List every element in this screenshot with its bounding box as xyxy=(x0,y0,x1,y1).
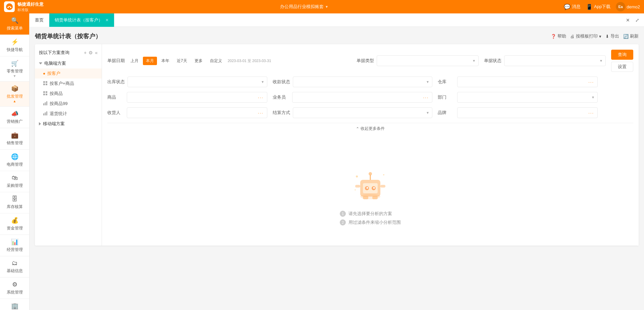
export-btn[interactable]: ⬇ 导出 xyxy=(605,33,619,39)
warehouse-control[interactable]: ··· xyxy=(457,76,598,87)
refresh-icon: 🔄 xyxy=(623,34,629,39)
sidebar-item-quicknav[interactable]: ⚡ 快捷导航 xyxy=(0,35,29,56)
scheme-item-by-customer[interactable]: ● 按客户 xyxy=(35,68,102,79)
collapse-label: 收起更多条件 xyxy=(361,126,385,132)
print-btn[interactable]: 🖨 按模板打印 ▾ xyxy=(570,33,601,39)
desktop-group-triangle xyxy=(39,62,42,64)
scheme-desktop-group-title[interactable]: 电脑端方案 xyxy=(35,58,102,68)
svg-point-22 xyxy=(367,187,368,189)
refresh-btn[interactable]: 🔄 刷新 xyxy=(623,33,639,39)
tip2-text: 用过滤条件来缩小分析范围 xyxy=(348,219,401,225)
scheme-item-by-goods-99[interactable]: 按商品99 xyxy=(35,99,102,109)
query-btn[interactable]: 查询 xyxy=(611,50,633,60)
app-download-btn[interactable]: 📱 App下载 xyxy=(586,4,610,10)
sidebar-item-basic[interactable]: 🗂 基础信息 xyxy=(0,256,29,277)
user-name: demo2 xyxy=(627,4,640,9)
warehouse-filter-item: 仓库 ··· xyxy=(438,76,598,87)
sidebar-item-purchase[interactable]: 🛍 采购管理 xyxy=(0,171,29,192)
user-avatar: Ea xyxy=(616,2,625,11)
settle-method-control[interactable]: ▾ xyxy=(293,107,433,118)
sidebar-item-enterprise[interactable]: 🏢 企业协同 xyxy=(0,299,29,310)
date-btn-custom[interactable]: 自定义 xyxy=(207,57,225,65)
svg-rect-5 xyxy=(43,84,45,85)
date-btn-last-month[interactable]: 上月 xyxy=(127,57,142,65)
brand-filter-item: 品牌 ··· xyxy=(438,107,598,118)
scheme-header-icons: + ⚙ « xyxy=(84,50,98,55)
scheme-mobile-group-title[interactable]: 移动端方案 xyxy=(35,119,102,129)
window-max-btn[interactable]: ⤢ xyxy=(633,16,641,24)
out-status-control[interactable]: ▾ xyxy=(127,76,267,87)
filter-panel: 单据日期 上月 本月 本年 近7天 更多 自定义 xyxy=(102,44,639,146)
doc-type-control[interactable]: ▾ xyxy=(377,55,479,66)
export-icon: ⬇ xyxy=(605,34,609,39)
tab-close-btn[interactable]: ✕ xyxy=(105,18,109,22)
scheme-item-by-goods[interactable]: 按商品 xyxy=(35,89,102,99)
scheme-collapse-btn[interactable]: « xyxy=(95,50,98,55)
sidebar-item-search[interactable]: 🔍 搜索菜单 xyxy=(0,13,29,35)
dropdown-arrow[interactable]: ▾ xyxy=(326,4,328,9)
svg-rect-11 xyxy=(43,103,44,105)
sidebar-label-inventory: 库存核算 xyxy=(7,204,23,210)
message-btn[interactable]: 💬 消息 xyxy=(564,4,581,10)
topbar-center[interactable]: 办公用品行业模拟账套 ▾ xyxy=(44,4,564,10)
doc-status-label: 单据状态 xyxy=(484,58,501,64)
user-avatar-area[interactable]: Ea demo2 xyxy=(616,2,640,11)
filter-results-panel: 单据日期 上月 本月 本年 近7天 更多 自定义 xyxy=(102,44,639,246)
window-close-btn[interactable]: ✕ xyxy=(624,16,632,24)
sidebar-label-marketing: 营销推广 xyxy=(7,119,23,124)
scheme-settings-btn[interactable]: ⚙ xyxy=(89,50,93,55)
sidebar-label-purchase: 采购管理 xyxy=(7,183,23,189)
collapse-btn[interactable]: ⌃ 收起更多条件 xyxy=(107,123,633,134)
app-logo xyxy=(4,1,15,12)
sidebar-item-finance[interactable]: 💰 资金管理 xyxy=(0,213,29,235)
svg-rect-3 xyxy=(43,81,45,83)
dept-control[interactable]: ▾ xyxy=(457,92,598,103)
sidebar-item-retail[interactable]: 🛒 零售管理 ▼ xyxy=(0,56,29,82)
main-panel: 按以下方案查询 + ⚙ « 电脑端方案 xyxy=(35,44,639,246)
date-btn-this-year[interactable]: 本年 xyxy=(158,57,172,65)
sidebar-item-marketing[interactable]: 📣 营销推广 xyxy=(0,107,29,128)
sidebar-item-wholesale[interactable]: 📦 批发管理 ▲ xyxy=(0,82,29,107)
scheme-item-return-stats[interactable]: 退货统计 xyxy=(35,109,102,119)
app-download-label: App下载 xyxy=(594,4,610,10)
empty-tip-1: 1 请先选择要分析的方案 xyxy=(340,211,401,217)
current-app-name: 办公用品行业模拟账套 xyxy=(280,4,324,10)
sidebar-item-inventory[interactable]: 🗄 库存核算 xyxy=(0,192,29,213)
goods-icon xyxy=(43,91,48,97)
sidebar-label-operations: 经营管理 xyxy=(7,247,23,253)
scheme-header-label: 按以下方案查询 xyxy=(39,50,69,56)
filter-row-3: 商品 ··· 业务员 ··· xyxy=(107,92,633,103)
svg-rect-4 xyxy=(46,81,47,83)
retail-icon: 🛒 xyxy=(11,60,18,67)
tip1-num: 1 xyxy=(340,211,346,217)
help-btn[interactable]: ❓ 帮助 xyxy=(551,33,566,39)
sidebar-item-operations[interactable]: 📊 经营管理 xyxy=(0,235,29,256)
brand-control[interactable]: ··· xyxy=(457,107,598,118)
sidebar-label-retail: 零售管理 xyxy=(7,68,23,74)
sidebar-item-system[interactable]: ⚙ 系统管理 xyxy=(0,277,29,299)
sidebar-label-system: 系统管理 xyxy=(7,290,23,295)
settings-btn[interactable]: 设置 xyxy=(611,62,633,72)
scheme-item-by-customer-goods[interactable]: 按客户+商品 xyxy=(35,79,102,89)
sidebar-item-sales[interactable]: 💼 销售管理 xyxy=(0,128,29,150)
sidebar-label-basic: 基础信息 xyxy=(7,268,23,274)
svg-rect-13 xyxy=(46,101,47,105)
dept-chevron-icon: ▾ xyxy=(592,95,594,100)
sidebar-item-ecommerce[interactable]: 🌐 电商管理 xyxy=(0,150,29,171)
tab-home[interactable]: 首页 xyxy=(30,13,49,27)
date-btn-more[interactable]: 更多 xyxy=(192,57,206,65)
doc-status-control[interactable]: ▾ xyxy=(504,55,606,66)
receive-status-control[interactable]: ▾ xyxy=(293,76,433,87)
date-btns: 上月 本月 本年 近7天 更多 自定义 xyxy=(127,57,225,65)
receiver-control[interactable]: ··· xyxy=(127,107,267,118)
scheme-add-btn[interactable]: + xyxy=(84,50,87,55)
tab-active[interactable]: 销货单统计表（按客户） ✕ xyxy=(49,13,114,27)
salesperson-control[interactable]: ··· xyxy=(292,92,433,103)
date-btn-7days[interactable]: 近7天 xyxy=(174,57,190,65)
search-icon: 🔍 xyxy=(11,17,18,24)
message-label: 消息 xyxy=(572,4,581,10)
goods-control[interactable]: ··· xyxy=(127,92,267,103)
tab-active-label: 销货单统计表（按客户） xyxy=(55,17,103,23)
date-btn-this-month[interactable]: 本月 xyxy=(143,57,157,65)
mobile-group-triangle xyxy=(39,122,41,125)
